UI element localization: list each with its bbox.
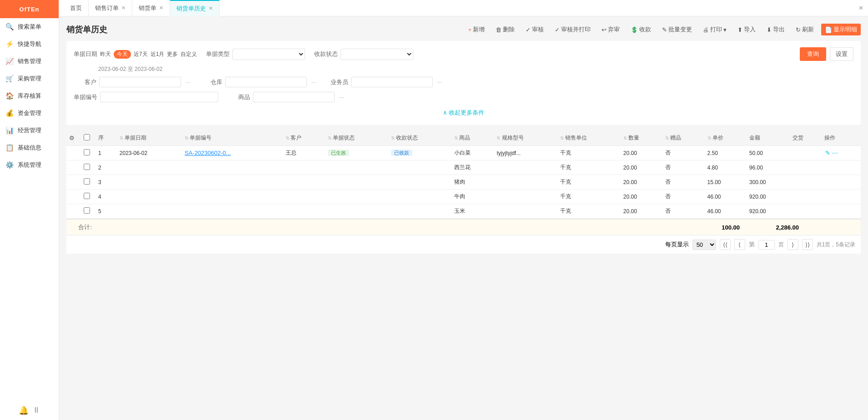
staff-more-icon[interactable]: ··· [437, 79, 442, 85]
customer-input[interactable] [99, 77, 181, 87]
page-number-input[interactable] [758, 240, 775, 250]
collapse-filter[interactable]: ∧ 收起更多条件 [74, 107, 853, 119]
table-row: 5 玉米 千克 20.00 否 46.00 920.00 [66, 204, 861, 219]
export-button[interactable]: ⬇ 导出 [763, 24, 788, 35]
close-all-tabs[interactable]: ✕ [858, 5, 863, 11]
row-qty-3: 20.00 [621, 190, 662, 204]
house-icon: 🏠 [5, 92, 14, 100]
customer-more-icon[interactable]: ··· [186, 79, 191, 85]
delete-button[interactable]: 🗑 删除 [492, 24, 518, 35]
sort-paystatus-icon[interactable]: ⇅ [391, 135, 395, 140]
show-detail-button[interactable]: 📄 显示明细 [821, 24, 861, 35]
filter-paystatus: 收款状态 [314, 49, 413, 60]
doctype-select[interactable] [232, 49, 305, 60]
next-page-button[interactable]: ⟩ [788, 239, 798, 250]
sort-customer-icon[interactable]: ⇅ [286, 135, 289, 140]
review-button[interactable]: ✓ 审核 [522, 24, 547, 35]
row-checkbox-0[interactable] [84, 149, 90, 155]
docno-input[interactable] [100, 92, 218, 102]
row-check-1[interactable] [81, 160, 95, 175]
tab-sales-goods-close[interactable]: ✕ [159, 5, 163, 11]
sidebar-item-inventory[interactable]: 🏠 库存核算 [0, 87, 59, 105]
first-page-button[interactable]: ⟨⟨ [720, 239, 731, 250]
warehouse-more-icon[interactable]: ··· [311, 79, 316, 85]
sort-qty-icon[interactable]: ⇅ [623, 135, 627, 140]
row-unit-2: 千克 [557, 175, 621, 190]
tab-home[interactable]: 首页 [64, 0, 89, 16]
tab-sales-goods[interactable]: 销货单 ✕ [132, 0, 170, 16]
row-code-2[interactable] [182, 175, 283, 190]
date-tag-1month[interactable]: 近1月 [151, 50, 165, 58]
per-page-select[interactable]: 50 100 200 [692, 240, 716, 250]
sidebar-item-sales[interactable]: 📈 销售管理 [0, 53, 59, 70]
table-settings-icon[interactable]: ⚙ [69, 135, 75, 141]
staff-input[interactable] [351, 77, 433, 87]
sidebar-item-quicknav[interactable]: ⚡ 快捷导航 [0, 35, 59, 53]
row-check-0[interactable] [81, 146, 95, 160]
more-btn-0[interactable]: ⋯ [832, 150, 838, 156]
row-checkbox-1[interactable] [84, 164, 90, 170]
row-code-4[interactable] [182, 204, 283, 219]
date-tag-7days[interactable]: 近7天 [134, 50, 148, 58]
date-tag-custom[interactable]: 自定义 [181, 50, 197, 58]
sort-unit-icon[interactable]: ⇅ [560, 135, 564, 140]
sort-gift-icon[interactable]: ⇅ [665, 135, 669, 140]
paystatus-select[interactable] [341, 49, 413, 60]
goods-more-icon[interactable]: ··· [339, 94, 344, 100]
date-tag-today[interactable]: 今天 [114, 50, 131, 59]
sidebar-item-system[interactable]: ⚙️ 系统管理 [0, 156, 59, 174]
row-check-3[interactable] [81, 190, 95, 204]
row-gift-1: 否 [662, 160, 704, 175]
sort-goods-icon[interactable]: ⇅ [454, 135, 458, 140]
col-docstatus-header: ⇅ 单据状态 [325, 130, 388, 146]
tab-sales-order[interactable]: 销售订单 ✕ [89, 0, 132, 16]
sort-price-icon[interactable]: ⇅ [707, 135, 711, 140]
row-gift-2: 否 [662, 175, 704, 190]
new-button[interactable]: + 新增 [464, 24, 488, 35]
row-check-2[interactable] [81, 175, 95, 190]
date-tag-yesterday[interactable]: 昨天 [100, 50, 111, 58]
sidebar-item-finance[interactable]: 💰 资金管理 [0, 105, 59, 122]
collect-button[interactable]: 💲 收款 [627, 24, 655, 35]
row-checkbox-2[interactable] [84, 178, 90, 185]
warehouse-input[interactable] [225, 77, 307, 87]
row-code-0[interactable]: SA-20230602-0... [182, 146, 283, 160]
row-goods-2: 猪肉 [452, 175, 494, 190]
prev-page-button[interactable]: ⟨ [734, 239, 745, 250]
sort-docstatus-icon[interactable]: ⇅ [328, 135, 331, 140]
tab-sales-order-close[interactable]: ✕ [121, 5, 125, 11]
sidebar-item-search[interactable]: 🔍 搜索菜单 [0, 18, 59, 35]
abandon-button[interactable]: ↩ 弃审 [598, 24, 623, 35]
query-button[interactable]: 查询 [800, 47, 826, 61]
row-code-3[interactable] [182, 190, 283, 204]
refresh-button[interactable]: ↻ 刷新 [792, 24, 818, 35]
sort-date-icon[interactable]: ⇅ [120, 135, 123, 140]
date-tag-more[interactable]: 更多 [167, 50, 178, 58]
sidebar-item-purchase[interactable]: 🛒 采购管理 [0, 70, 59, 87]
select-all-checkbox[interactable] [84, 134, 90, 140]
row-spec-3 [494, 190, 557, 204]
sort-code-icon[interactable]: ⇅ [185, 135, 188, 140]
row-check-4[interactable] [81, 204, 95, 219]
tab-sales-history-close[interactable]: ✕ [209, 5, 213, 11]
sidebar-bottom-icon2[interactable]: ⏸ [32, 405, 40, 415]
edit-btn-0[interactable]: ✎ [825, 150, 830, 156]
sidebar-item-operations[interactable]: 📊 经营管理 [0, 122, 59, 139]
row-checkbox-3[interactable] [84, 193, 90, 199]
last-page-button[interactable]: ⟩⟩ [802, 239, 813, 250]
row-checkbox-4[interactable] [84, 207, 90, 214]
goods-input[interactable] [253, 92, 335, 102]
print-button[interactable]: 🖨 打印 ▾ [699, 24, 730, 35]
batch-change-button[interactable]: ✎ 批量变更 [658, 24, 696, 35]
import-button[interactable]: ⬆ 导入 [734, 24, 759, 35]
sidebar-bottom-icon1[interactable]: 🔔 [19, 405, 29, 415]
tab-sales-history[interactable]: 销货单历史 ✕ [170, 0, 220, 16]
sidebar-item-baseinfo[interactable]: 📋 基础信息 [0, 139, 59, 156]
sidebar-label-system: 系统管理 [18, 161, 41, 169]
row-code-1[interactable] [182, 160, 283, 175]
sort-spec-icon[interactable]: ⇅ [497, 135, 500, 140]
print-dropdown-icon: ▾ [723, 26, 727, 33]
setting-button[interactable]: 设置 [830, 47, 853, 61]
review-print-button[interactable]: ✓ 审核并打印 [551, 24, 594, 35]
col-gear[interactable]: ⚙ [66, 130, 81, 146]
